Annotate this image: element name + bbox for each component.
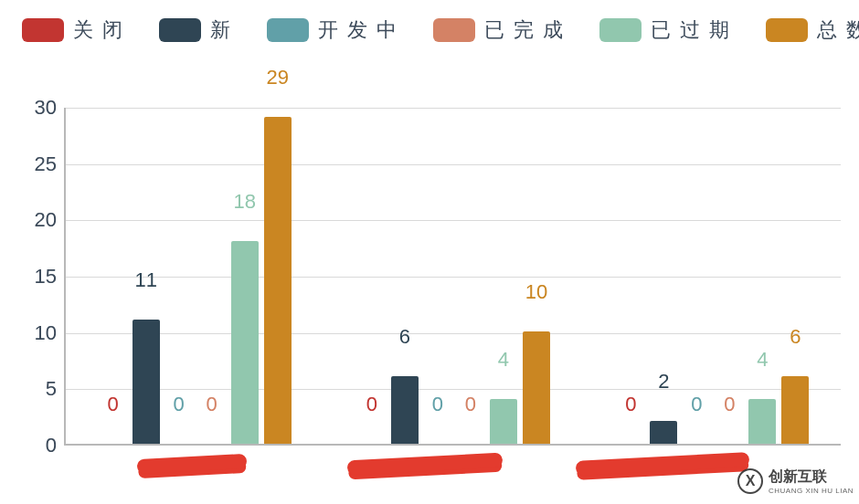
y-tick-label: 25 <box>20 152 57 176</box>
legend: 关闭新开发中已完成已过期总数 <box>22 16 859 44</box>
bar[interactable] <box>231 241 259 444</box>
chart-plot: 0510152025300110018290600410020046 <box>64 108 841 446</box>
bar-value-label: 4 <box>485 348 522 372</box>
y-tick-label: 5 <box>20 377 57 401</box>
bar-value-label: 0 <box>161 393 197 416</box>
legend-item[interactable]: 开发中 <box>267 16 406 44</box>
redaction-mark <box>347 453 504 476</box>
bar-value-label: 29 <box>260 66 296 89</box>
legend-swatch-icon <box>267 18 309 42</box>
bar-group: 011001829 <box>66 108 324 444</box>
bar-value-label: 0 <box>678 393 715 416</box>
bar[interactable] <box>748 399 776 444</box>
watermark-en: CHUANG XIN HU LIAN <box>769 487 854 495</box>
legend-label: 已过期 <box>651 16 738 44</box>
legend-label: 新 <box>210 16 239 44</box>
bar-value-label: 2 <box>645 370 682 394</box>
bar[interactable] <box>133 320 160 444</box>
legend-swatch-icon <box>159 18 201 42</box>
bar[interactable] <box>490 399 517 444</box>
watermark-cn: 创新互联 <box>769 468 827 484</box>
bar-value-label: 0 <box>419 393 456 416</box>
watermark-logo-icon: X <box>737 468 763 494</box>
redaction-mark <box>137 454 248 474</box>
legend-item[interactable]: 已完成 <box>433 16 572 44</box>
legend-item[interactable]: 已过期 <box>599 16 738 44</box>
bar-value-label: 0 <box>194 393 230 416</box>
bar-value-label: 0 <box>612 393 649 416</box>
legend-swatch-icon <box>22 18 64 42</box>
bar-value-label: 0 <box>354 393 390 416</box>
legend-label: 总数 <box>817 16 859 44</box>
bar[interactable] <box>781 376 809 444</box>
bar-value-label: 0 <box>711 393 748 416</box>
bar-value-label: 6 <box>387 325 423 349</box>
bar[interactable] <box>523 331 550 444</box>
y-tick-label: 10 <box>20 321 57 345</box>
y-tick-label: 15 <box>20 265 57 289</box>
bar-value-label: 4 <box>744 348 780 372</box>
watermark: X 创新互联 CHUANG XIN HU LIAN <box>737 467 854 495</box>
bar[interactable] <box>264 117 292 444</box>
bar-group: 020046 <box>584 108 843 444</box>
bar-value-label: 6 <box>777 325 813 349</box>
y-tick-label: 20 <box>20 208 57 232</box>
bar-value-label: 11 <box>128 268 164 292</box>
legend-item[interactable]: 新 <box>159 16 239 44</box>
bar-value-label: 0 <box>95 393 132 416</box>
legend-label: 开发中 <box>318 16 406 44</box>
bar-group: 0600410 <box>324 108 583 444</box>
bar[interactable] <box>650 421 677 444</box>
legend-swatch-icon <box>433 18 475 42</box>
legend-swatch-icon <box>766 18 808 42</box>
legend-swatch-icon <box>599 18 642 42</box>
bar-value-label: 18 <box>227 190 263 214</box>
bar[interactable] <box>391 376 419 444</box>
bar-value-label: 0 <box>452 393 489 416</box>
y-tick-label: 0 <box>20 434 57 457</box>
y-tick-label: 30 <box>20 96 57 120</box>
legend-label: 已完成 <box>484 16 572 44</box>
bar-value-label: 10 <box>518 280 555 304</box>
legend-label: 关闭 <box>73 16 132 44</box>
legend-item[interactable]: 关闭 <box>22 16 132 44</box>
legend-item[interactable]: 总数 <box>766 16 859 44</box>
redaction-mark <box>576 452 750 476</box>
